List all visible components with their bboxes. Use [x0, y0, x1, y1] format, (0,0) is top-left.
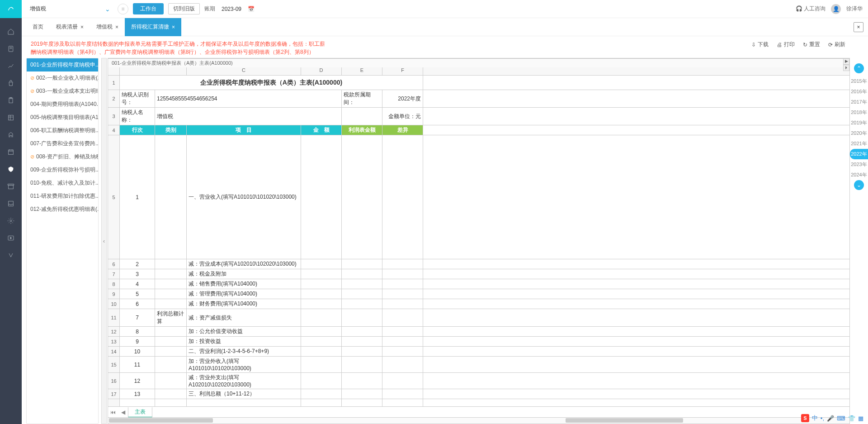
cell[interactable]	[342, 373, 382, 389]
cell[interactable]: 金额单位：元	[382, 108, 423, 125]
cell[interactable]	[342, 259, 382, 269]
cell[interactable]	[155, 373, 187, 389]
year-pill[interactable]: 2019年	[850, 118, 868, 128]
ime-mic-icon[interactable]: 🎤	[827, 415, 834, 422]
cell[interactable]: 减：境外所得（填写A108010）	[187, 399, 301, 406]
cell[interactable]	[342, 347, 382, 356]
year-pill[interactable]: 2017年	[850, 97, 868, 107]
ime-punct-icon[interactable]: •,	[821, 415, 824, 422]
year-pill[interactable]: 2021年	[850, 138, 868, 149]
cell[interactable]: 增值税	[155, 108, 342, 125]
cell[interactable]: 金 额	[301, 125, 342, 135]
cell[interactable]	[382, 135, 423, 259]
year-pill[interactable]: 2024年	[850, 170, 868, 180]
cell[interactable]: 类别	[155, 125, 187, 135]
cell[interactable]	[301, 357, 342, 372]
list-toggle-button[interactable]: ≡	[118, 4, 128, 14]
nav-bag-icon[interactable]	[6, 79, 15, 88]
sheet-scroll-right-icon[interactable]: ▶	[843, 58, 849, 65]
cell[interactable]: 10	[120, 347, 155, 356]
form-list-item[interactable]: 010-免税、减计收入及加计...	[27, 176, 98, 190]
tab-vat[interactable]: 增值税×	[90, 18, 125, 36]
cell[interactable]: 11	[120, 357, 155, 372]
cell[interactable]	[155, 327, 187, 336]
cell[interactable]	[301, 309, 342, 326]
cell[interactable]	[342, 399, 382, 406]
form-list-item[interactable]: 005-纳税调整项目明细表(A1...	[27, 111, 98, 124]
scroll-up-button[interactable]: ⌃	[854, 63, 864, 73]
year-pill[interactable]: 2016年	[850, 86, 868, 97]
cell[interactable]: 8	[120, 327, 155, 336]
cell[interactable]	[301, 269, 342, 279]
year-pill[interactable]: 2022年	[850, 149, 868, 159]
cell[interactable]	[155, 389, 187, 399]
ime-lang[interactable]: 中	[812, 414, 818, 422]
cell[interactable]: 利润总额计算	[155, 309, 187, 326]
cell[interactable]: 3	[120, 269, 155, 279]
tab-income-settle[interactable]: 所得税汇算清缴×	[125, 18, 181, 36]
nav-video-icon[interactable]	[6, 233, 15, 243]
nav-building-icon[interactable]	[6, 130, 15, 139]
cell[interactable]	[301, 259, 342, 269]
cell[interactable]: 13	[120, 389, 155, 399]
cell[interactable]: 二、营业利润(1-2-3-4-5-6-7+8+9)	[187, 347, 301, 356]
cell[interactable]	[301, 135, 342, 259]
cell[interactable]: 加：营业外收入(填写A101010\101020\103000)	[187, 357, 301, 372]
cell[interactable]	[342, 337, 382, 346]
close-icon[interactable]: ×	[115, 24, 118, 30]
cell[interactable]	[342, 327, 382, 336]
cell[interactable]: 4	[120, 279, 155, 289]
cell[interactable]: 三、利润总额（10+11-12）	[187, 389, 301, 399]
nav-inbox-icon[interactable]	[6, 199, 15, 208]
cell[interactable]	[301, 289, 342, 299]
cell[interactable]: 减：管理费用(填写A104000)	[187, 289, 301, 299]
formula-bar[interactable]: 001-企业所得税年度纳税申报表（A类）主表(A100000)	[108, 58, 849, 67]
cell[interactable]	[382, 389, 423, 399]
form-list-item[interactable]: 011-研发费用加计扣除优惠...	[27, 190, 98, 203]
cell[interactable]: 减：营业外支出(填写A102010\102020\103000)	[187, 373, 301, 389]
nav-settings-icon[interactable]	[6, 216, 15, 225]
cell[interactable]: 7	[120, 309, 155, 326]
cell[interactable]	[301, 389, 342, 399]
tab-home[interactable]: 首页	[26, 18, 50, 36]
cell[interactable]: 行次	[120, 125, 155, 135]
sheet-nav-first-icon[interactable]: ⏮	[108, 409, 118, 415]
cell[interactable]	[342, 289, 382, 299]
sheet-scroll-right2-icon[interactable]: ⏵	[843, 65, 849, 71]
cell[interactable]	[342, 299, 382, 309]
cell[interactable]: 减：资产减值损失	[187, 309, 301, 326]
cell[interactable]	[301, 373, 342, 389]
year-pill[interactable]: 2018年	[850, 107, 868, 118]
cell[interactable]	[155, 289, 187, 299]
collapse-handle[interactable]: ‹	[101, 58, 107, 424]
cell[interactable]: 加：投资收益	[187, 337, 301, 346]
cell[interactable]: 企业所得税年度纳税申报表（A类）主表(A100000)	[120, 76, 423, 90]
ime-skin-icon[interactable]: 👕	[848, 415, 855, 422]
cell[interactable]	[155, 135, 187, 259]
nav-v-icon[interactable]	[6, 251, 15, 260]
form-list-item[interactable]: 009-企业所得税弥补亏损明...	[27, 163, 98, 176]
scroll-down-button[interactable]: ⌄	[854, 180, 864, 190]
calendar-icon[interactable]: 📅	[248, 6, 255, 12]
cell[interactable]	[301, 337, 342, 346]
cell[interactable]: 2022年度	[382, 90, 423, 107]
cell[interactable]: 一、营业收入(填写A101010\101020\103000)	[187, 135, 301, 259]
cell[interactable]	[301, 399, 342, 406]
horizontal-scrollbar[interactable]	[108, 417, 849, 424]
year-pill[interactable]: 2020年	[850, 128, 868, 138]
cell[interactable]: 纳税人识别号：	[120, 90, 155, 107]
cell[interactable]: 减：财务费用(填写A104000)	[187, 299, 301, 309]
cell[interactable]	[382, 399, 423, 406]
cell[interactable]	[342, 309, 382, 326]
nav-tax-icon[interactable]	[6, 165, 15, 174]
cell[interactable]	[382, 309, 423, 326]
close-icon[interactable]: ×	[80, 24, 84, 30]
cell[interactable]	[155, 269, 187, 279]
cell[interactable]: 6	[120, 299, 155, 309]
ime-toolbox-icon[interactable]: ▦	[858, 415, 863, 422]
cell[interactable]	[382, 269, 423, 279]
refresh-button[interactable]: ⟳ 刷新	[828, 41, 845, 48]
cell[interactable]: 12	[120, 373, 155, 389]
sheet-tab-main[interactable]: 主表	[128, 407, 152, 417]
nav-sheet-icon[interactable]	[6, 113, 15, 122]
